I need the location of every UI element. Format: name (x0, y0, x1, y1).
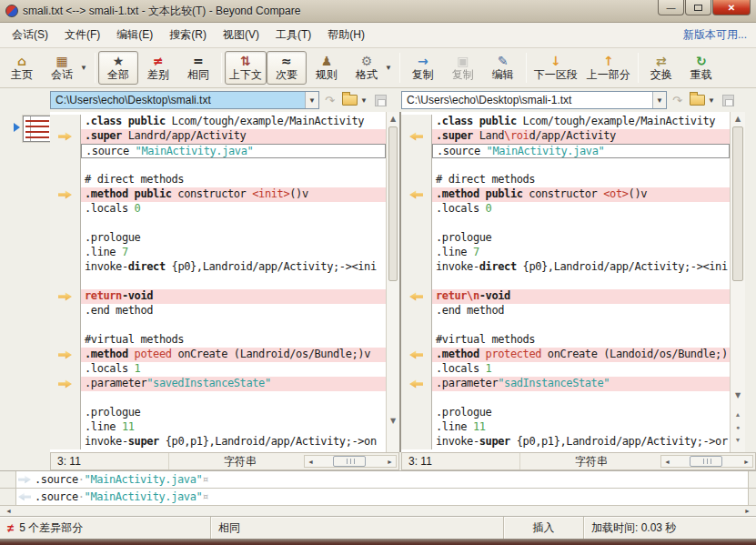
code-text[interactable]: .method protected onCreate (Landoid/os/B… (432, 348, 730, 362)
code-text[interactable]: #virtual methods (432, 333, 730, 348)
menu-item[interactable]: 会话(S) (4, 24, 56, 46)
menu-item[interactable]: 文件(F) (56, 24, 108, 46)
code-text[interactable]: .line 11 (432, 420, 730, 435)
code-text[interactable]: #virtual methods (81, 333, 386, 348)
revert-icon[interactable]: ↷ (672, 94, 682, 107)
diff-marker-arrow-icon[interactable] (409, 190, 423, 199)
code-text[interactable]: # direct methods (81, 173, 386, 187)
diff-marker-arrow-icon[interactable] (58, 190, 72, 199)
scroll-left-icon[interactable]: ◄ (3, 508, 15, 514)
code-text[interactable]: .prologue (81, 406, 386, 420)
code-text[interactable] (432, 318, 730, 333)
revert-icon[interactable]: ↷ (325, 94, 335, 107)
code-text[interactable]: .locals 0 (81, 202, 386, 217)
left-path-combo[interactable]: C:\Users\echo\Desktop\smali.txt ▼ (50, 91, 319, 109)
code-text[interactable]: .prologue (81, 231, 386, 246)
rules-button[interactable]: ♟规则 (307, 51, 347, 85)
format-button[interactable]: ⚙格式▼ (347, 51, 397, 85)
chevron-down-icon[interactable]: ▼ (652, 92, 666, 108)
detail-line[interactable]: .source·"MainActivity.java"¤ (15, 489, 748, 505)
diff-marker-arrow-icon[interactable] (409, 350, 423, 359)
code-text[interactable]: return-void (81, 289, 386, 304)
new-version-link[interactable]: 新版本可用... (683, 27, 747, 43)
current-code-line[interactable]: .source "MainActivity.java" (432, 144, 730, 158)
right-path-combo[interactable]: C:\Users\echo\Desktop\smali-1.txt ▼ (401, 91, 667, 109)
code-text[interactable]: .end method (81, 304, 386, 318)
code-text[interactable]: .method poteed onCreate (Landroid/os/Bun… (81, 348, 386, 362)
code-text[interactable]: .locals 1 (432, 362, 730, 377)
code-text[interactable]: retur\n-void (432, 289, 730, 304)
code-text[interactable] (432, 275, 730, 289)
code-text[interactable]: invoke-super {p0,p1},Landroid/app/Activi… (432, 435, 730, 449)
open-folder-icon[interactable] (342, 95, 358, 106)
code-text[interactable]: .line 11 (81, 420, 386, 435)
show-differences-button[interactable]: ≠差别 (138, 51, 178, 85)
scroll-up-icon[interactable]: ▲ (387, 115, 399, 123)
code-text[interactable]: .line 7 (81, 246, 386, 260)
scrollbar-thumb[interactable] (690, 456, 722, 467)
menu-item[interactable]: 帮助(H) (319, 24, 373, 46)
reload-button[interactable]: ↻重载 (681, 51, 721, 85)
minimize-button[interactable]: — (658, 0, 684, 15)
code-text[interactable]: .class public Lcom/tough/example/MainAct… (81, 115, 386, 129)
scrollbar-track[interactable] (673, 456, 741, 467)
previous-part-button[interactable]: ↑上一部分 (582, 51, 635, 85)
minor-button[interactable]: ≈次要 (267, 51, 307, 85)
menu-item[interactable]: 搜索(R) (161, 24, 215, 46)
code-text[interactable]: invoke-direct {p0},Landroid/app/Activity… (432, 260, 730, 275)
diff-marker-arrow-icon[interactable] (58, 132, 72, 141)
show-all-button[interactable]: ★全部 (98, 51, 138, 85)
open-folder-icon[interactable] (690, 95, 705, 106)
left-horizontal-scrollbar[interactable]: ◄ ► (304, 455, 397, 468)
swap-button[interactable]: ⇄交换 (641, 51, 681, 85)
diff-marker-arrow-icon[interactable] (58, 292, 72, 301)
chevron-down-icon[interactable]: ▼ (305, 92, 318, 108)
code-text[interactable] (81, 391, 386, 406)
diff-marker-arrow-icon[interactable] (58, 379, 72, 389)
diff-marker-arrow-icon[interactable] (58, 350, 72, 359)
sessions-button[interactable]: ▦会话▼ (42, 51, 92, 85)
prev-diff-icon[interactable]: ▲ (731, 411, 745, 418)
code-text[interactable]: invoke-direct {p0},Landroid/app/Activity… (81, 260, 386, 275)
left-vertical-scrollbar[interactable]: ▲ ▼ (386, 112, 399, 452)
chevron-down-icon[interactable]: ▼ (708, 96, 715, 105)
close-button[interactable]: ✕ (712, 0, 751, 15)
code-text[interactable] (81, 217, 386, 231)
scrollbar-thumb[interactable] (732, 126, 743, 281)
code-text[interactable]: .end method (432, 304, 730, 318)
menu-item[interactable]: 工具(T) (267, 24, 319, 46)
code-text[interactable]: # direct methods (432, 173, 730, 187)
code-text[interactable]: .super Landrd/app/Activity (81, 129, 386, 144)
left-code-view[interactable]: .class public Lcom/tough/example/MainAct… (50, 112, 386, 452)
code-text[interactable] (81, 158, 386, 173)
next-section-button[interactable]: ↓下一区段 (529, 51, 582, 85)
code-text[interactable]: .locals 1 (81, 362, 386, 377)
chevron-down-icon[interactable]: ▼ (80, 64, 87, 72)
scroll-up-icon[interactable]: ▲ (731, 115, 745, 123)
code-text[interactable]: .parameter"savedInstanceState" (81, 377, 386, 391)
diff-marker-arrow-icon[interactable] (409, 132, 423, 141)
scroll-left-icon[interactable]: ◄ (305, 459, 317, 465)
right-code-view[interactable]: .class public Lcom/tough/example/MainAct… (401, 112, 730, 452)
menu-item[interactable]: 编辑(E) (108, 24, 161, 46)
scroll-right-icon[interactable]: ► (741, 508, 753, 514)
scroll-left-icon[interactable]: ◄ (661, 459, 673, 465)
diff-thumbnail-map[interactable] (23, 116, 52, 142)
current-diff-icon[interactable]: ● (731, 424, 745, 430)
diff-marker-arrow-icon[interactable] (409, 379, 423, 389)
code-text[interactable]: .prologue (432, 406, 730, 420)
code-text[interactable]: .parameter"sadInstanceState" (432, 377, 730, 391)
code-text[interactable]: .prologue (432, 231, 730, 246)
scroll-right-icon[interactable]: ► (741, 459, 752, 465)
scroll-down-icon[interactable]: ▼ (387, 417, 399, 425)
chevron-down-icon[interactable]: ▼ (385, 64, 392, 72)
scrollbar-thumb[interactable] (333, 456, 366, 467)
code-text[interactable] (432, 217, 730, 231)
current-code-line[interactable]: .source "MainActivity.java" (81, 144, 386, 158)
code-text[interactable] (432, 158, 730, 173)
edit-button[interactable]: ✎编辑 (483, 51, 523, 85)
copy-to-right-button[interactable]: →复制 (403, 51, 443, 85)
code-text[interactable] (432, 391, 730, 406)
maximize-button[interactable] (685, 0, 711, 15)
home-button[interactable]: ⌂主页 (2, 51, 42, 85)
